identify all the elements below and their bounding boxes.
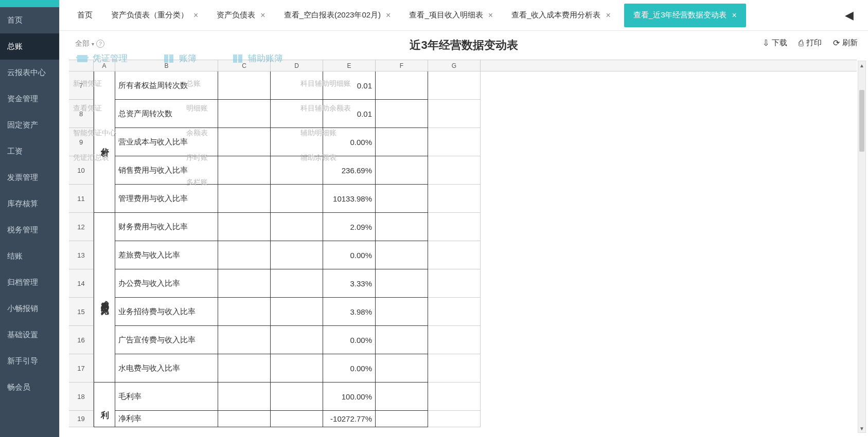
scroll-track[interactable] — [858, 69, 865, 424]
sidebar-item-settings[interactable]: 基础设置 — [0, 322, 59, 348]
ghost-menu-item[interactable]: 余额表 — [186, 129, 208, 138]
category-cell[interactable]: 利 — [94, 383, 115, 427]
cell[interactable] — [428, 71, 481, 100]
cell[interactable] — [218, 298, 271, 326]
tab-home[interactable]: 首页 — [69, 0, 101, 31]
colhead-F[interactable]: F — [376, 60, 428, 71]
cell[interactable] — [271, 383, 323, 411]
cell[interactable] — [271, 213, 323, 241]
colhead-E[interactable]: E — [323, 60, 376, 71]
row-header[interactable]: 18 — [69, 383, 94, 411]
tab-scroll-left-icon[interactable]: ◀ — [840, 9, 859, 22]
cell[interactable] — [376, 298, 428, 326]
metric-name-cell[interactable]: 办公费与收入比率 — [115, 269, 218, 298]
row-header[interactable]: 13 — [69, 241, 94, 269]
cell[interactable] — [376, 213, 428, 241]
sidebar-item-archive[interactable]: 归档管理 — [0, 269, 59, 296]
sidebar-item-tax[interactable]: 税务管理 — [0, 217, 59, 243]
metric-name-cell[interactable]: 差旅费与收入比率 — [115, 241, 218, 269]
cell[interactable] — [376, 326, 428, 354]
ghost-menu-item[interactable]: 科目辅助余额表 — [300, 104, 351, 113]
sidebar-item-home[interactable]: 首页 — [0, 7, 59, 33]
sidebar-item-invoice[interactable]: 发票管理 — [0, 165, 59, 191]
sidebar-item-closing[interactable]: 结账 — [0, 243, 59, 269]
row-header[interactable]: 11 — [69, 185, 94, 213]
metric-name-cell[interactable]: 水电费与收入比率 — [115, 354, 218, 383]
close-icon[interactable]: × — [488, 11, 493, 20]
tab-view-blank[interactable]: 查看_空白报表(2023年02月)× — [276, 0, 399, 31]
ghost-menu-item[interactable]: 智能凭证中心 — [73, 129, 116, 138]
cell[interactable] — [376, 185, 428, 213]
scroll-up-icon[interactable]: ▲ — [858, 61, 865, 69]
metric-name-cell[interactable]: 毛利率 — [115, 383, 218, 411]
metric-name-cell[interactable]: 财务费用与收入比率 — [115, 213, 218, 241]
close-icon[interactable]: × — [260, 11, 265, 20]
cell[interactable] — [428, 383, 481, 411]
cell[interactable] — [218, 71, 271, 100]
metric-name-cell[interactable]: 管理费用与收入比率 — [115, 185, 218, 213]
cell[interactable] — [271, 354, 323, 383]
ghost-menu-item[interactable]: 凭证汇总表 — [73, 153, 116, 162]
cell[interactable] — [428, 213, 481, 241]
cell[interactable] — [376, 269, 428, 298]
cell[interactable] — [218, 326, 271, 354]
sidebar-item-guide[interactable]: 新手引导 — [0, 348, 59, 374]
close-icon[interactable]: × — [732, 11, 736, 20]
cell[interactable] — [428, 354, 481, 383]
ghost-menu-item[interactable]: 辅助余额表 — [300, 153, 351, 162]
help-icon[interactable]: ? — [96, 40, 104, 48]
value-cell[interactable]: 0.00% — [323, 326, 376, 354]
sidebar-item-cloud-report[interactable]: 云报表中心 — [0, 60, 59, 86]
cell[interactable] — [428, 100, 481, 128]
tab-view-3year[interactable]: 查看_近3年经营数据变动表× — [624, 4, 746, 27]
ghost-menu-item[interactable]: 总账 — [186, 79, 208, 88]
value-cell[interactable]: 0.00% — [323, 354, 376, 383]
close-icon[interactable]: × — [386, 11, 391, 20]
print-button[interactable]: ⎙打印 — [799, 38, 822, 48]
value-cell[interactable]: 100.00% — [323, 383, 376, 411]
cell[interactable] — [428, 128, 481, 156]
ghost-tab-aux[interactable]: 辅助账簿 — [225, 49, 289, 67]
row-header[interactable]: 15 — [69, 298, 94, 326]
ghost-tab-voucher[interactable]: 凭证管理 — [70, 49, 134, 67]
value-cell[interactable]: 2.09% — [323, 213, 376, 241]
cell[interactable] — [376, 128, 428, 156]
cell[interactable] — [218, 185, 271, 213]
close-icon[interactable]: × — [193, 11, 198, 20]
cell[interactable] — [428, 298, 481, 326]
value-cell[interactable]: 0.00% — [323, 241, 376, 269]
cell[interactable] — [218, 383, 271, 411]
tab-view-project-income[interactable]: 查看_项目收入明细表× — [401, 0, 501, 31]
filter-all[interactable]: 全部 ▾ ? — [75, 39, 104, 48]
cell[interactable] — [376, 156, 428, 185]
sidebar-item-expense[interactable]: 小畅报销 — [0, 296, 59, 322]
cell[interactable] — [271, 411, 323, 427]
cell[interactable] — [428, 156, 481, 185]
cell[interactable] — [271, 269, 323, 298]
row-header[interactable]: 16 — [69, 326, 94, 354]
vertical-scrollbar[interactable]: ▲ ▼ — [858, 61, 866, 433]
ghost-tab-ledger[interactable]: 账簿 — [156, 49, 203, 67]
cell[interactable] — [376, 354, 428, 383]
refresh-button[interactable]: ⟳刷新 — [833, 38, 858, 48]
sidebar-item-inventory[interactable]: 库存核算 — [0, 191, 59, 217]
cell[interactable] — [218, 411, 271, 427]
ghost-menu-item[interactable]: 新增凭证 — [73, 79, 116, 88]
cell[interactable] — [218, 100, 271, 128]
row-header[interactable]: 19 — [69, 411, 94, 427]
cell[interactable] — [428, 411, 481, 427]
ghost-menu-item[interactable]: 序时账 — [186, 153, 208, 162]
sidebar-item-member[interactable]: 畅会员 — [0, 374, 59, 400]
cell[interactable] — [218, 241, 271, 269]
scroll-thumb[interactable] — [859, 90, 864, 152]
value-cell[interactable]: -10272.77% — [323, 411, 376, 427]
metric-name-cell[interactable]: 净利率 — [115, 411, 218, 427]
cell[interactable] — [376, 100, 428, 128]
ghost-menu-item[interactable]: 多栏账 — [186, 178, 208, 187]
cell[interactable] — [271, 241, 323, 269]
value-cell[interactable]: 10133.98% — [323, 185, 376, 213]
ghost-menu-item[interactable]: 明细账 — [186, 104, 208, 113]
close-icon[interactable]: × — [606, 11, 610, 20]
row-header[interactable]: 17 — [69, 354, 94, 383]
row-header[interactable]: 12 — [69, 213, 94, 241]
